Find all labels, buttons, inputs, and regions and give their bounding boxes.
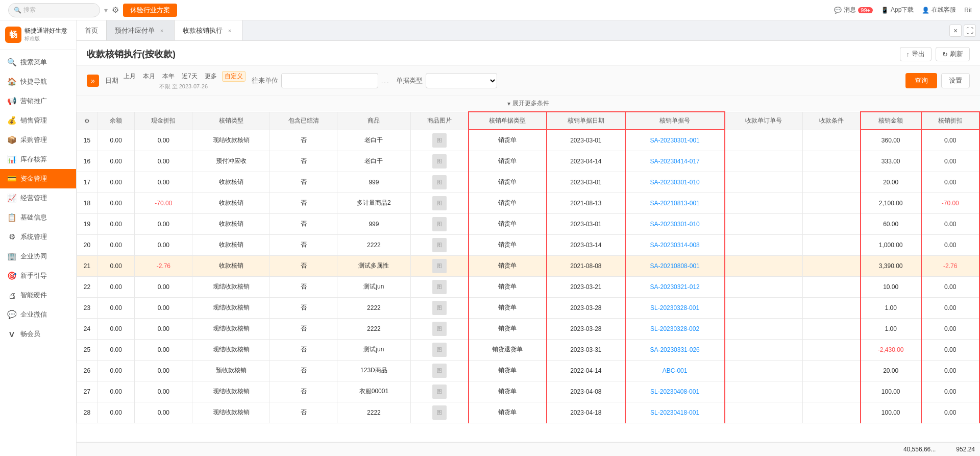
cell-verify-date: 2023-03-01 — [547, 130, 625, 151]
cell-seq: 18 — [77, 193, 97, 213]
verify-no-link[interactable]: SA-20230331-026 — [650, 346, 699, 353]
sidebar-item-quick-nav[interactable]: 🏠 快捷导航 — [0, 72, 76, 91]
sidebar-item-label: 搜索菜单 — [20, 58, 47, 67]
verify-no-link[interactable]: SA-20230301-001 — [650, 137, 699, 144]
gear-icon[interactable]: ⚙ — [112, 5, 119, 15]
table-row: 22 0.00 0.00 现结收款核销 否 测试jun 图 销货单 2023-0… — [77, 276, 980, 297]
refresh-btn[interactable]: ↻ 刷新 — [936, 47, 970, 61]
sidebar-item-operation[interactable]: 📈 经营管理 — [0, 188, 76, 208]
cell-verify-discount: 0.00 — [921, 234, 979, 255]
verify-no-link[interactable]: SA-20210808-001 — [650, 262, 699, 270]
verify-no-link[interactable]: SL-20230328-002 — [650, 325, 699, 332]
cell-cash-discount: 0.00 — [135, 213, 192, 234]
cell-include-settled: 否 — [270, 360, 337, 381]
verify-no-link[interactable]: SA-20230301-010 — [650, 221, 699, 228]
tab-close-window-btn[interactable]: × — [949, 25, 962, 37]
verify-no-link[interactable]: SA-20210813-001 — [650, 200, 699, 207]
message-label: 消息 — [844, 6, 856, 14]
sidebar-item-enterprise[interactable]: 🏢 企业协同 — [0, 247, 76, 266]
cell-collection-order-no — [725, 172, 803, 193]
cell-verify-voucher-type: 销货单 — [469, 213, 547, 234]
sidebar-item-member[interactable]: V 畅会员 — [0, 324, 76, 344]
sidebar-item-search-menu[interactable]: 🔍 搜索菜单 — [0, 53, 76, 72]
cell-seq: 21 — [77, 255, 97, 276]
sidebar-logo: 畅 畅捷通谱好生意 标准版 — [0, 20, 76, 50]
page-header: 收款核销执行(按收款) ↑ 导出 ↻ 刷新 — [77, 41, 980, 66]
sidebar-item-base-info[interactable]: 📋 基础信息 — [0, 208, 76, 227]
table-container[interactable]: ⚙ 余额 现金折扣 核销类型 包含已结清 商品 商品图片 核销单据类型 核销单据… — [77, 111, 980, 442]
more-date-tag[interactable]: 更多 — [203, 71, 219, 81]
cell-collection-condition — [802, 297, 861, 318]
sidebar-item-system[interactable]: ⚙ 系统管理 — [0, 227, 76, 247]
verify-no-link[interactable]: ABC-001 — [663, 367, 688, 374]
cell-balance: 0.00 — [97, 339, 135, 360]
th-settings[interactable]: ⚙ — [77, 112, 97, 130]
cell-verify-amount: 3,390.00 — [861, 255, 921, 276]
tab-collection-close[interactable]: × — [226, 27, 234, 35]
sidebar-item-hardware[interactable]: 🖨 智能硬件 — [0, 285, 76, 305]
table-row: 15 0.00 0.00 现结收款核销 否 老白干 图 销货单 2023-03-… — [77, 130, 980, 151]
verify-no-link[interactable]: SA-20230314-008 — [650, 242, 699, 249]
tab-prepay-close[interactable]: × — [158, 27, 166, 35]
cell-goods-img: 图 — [410, 318, 469, 339]
message-btn[interactable]: 💬 消息 99+ — [834, 6, 873, 14]
cell-verify-amount: 2,100.00 — [861, 193, 921, 213]
verify-no-link[interactable]: SA-20230321-012 — [650, 283, 699, 291]
top-search-box[interactable]: 🔍 搜索 — [8, 3, 100, 17]
tab-prepay[interactable]: 预付冲应付单 × — [107, 20, 175, 40]
online-service-btn[interactable]: 👤 在线客服 — [922, 6, 956, 14]
last7-tag[interactable]: 近7天 — [180, 71, 200, 81]
expand-conditions-btn[interactable]: ▾ 展开更多条件 — [507, 99, 549, 108]
verify-no-link[interactable]: SL-20230418-001 — [650, 409, 699, 416]
cell-cash-discount: 0.00 — [135, 339, 192, 360]
cell-verify-date: 2022-04-14 — [547, 360, 625, 381]
top-bar-right: 💬 消息 99+ 📱 App下载 👤 在线客服 Rit — [834, 6, 972, 14]
sidebar-item-inventory[interactable]: 📊 库存核算 — [0, 150, 76, 169]
cell-verify-date: 2023-03-28 — [547, 297, 625, 318]
query-btn[interactable]: 查询 — [905, 73, 937, 88]
cell-balance: 0.00 — [97, 276, 135, 297]
voucher-type-select[interactable] — [426, 73, 497, 88]
sidebar-item-wechat[interactable]: 💬 企业微信 — [0, 305, 76, 324]
counterpart-input[interactable] — [281, 73, 378, 88]
cell-seq: 23 — [77, 297, 97, 318]
cell-goods-img: 图 — [410, 172, 469, 193]
export-btn[interactable]: ↑ 导出 — [900, 47, 932, 61]
tab-collection[interactable]: 收款核销执行 × — [175, 20, 242, 40]
sidebar-item-finance[interactable]: 💳 资金管理 — [0, 169, 76, 188]
last-month-tag[interactable]: 上月 — [121, 71, 138, 81]
tab-expand-btn[interactable]: ⛶ — [964, 25, 976, 37]
sidebar-item-purchase[interactable]: 📦 采购管理 — [0, 130, 76, 150]
verify-no-link[interactable]: SL-20230328-001 — [650, 304, 699, 311]
sidebar-item-marketing[interactable]: 📢 营销推广 — [0, 91, 76, 111]
tab-home[interactable]: 首页 — [77, 20, 107, 40]
cell-collection-order-no — [725, 213, 803, 234]
app-download-btn[interactable]: 📱 App下载 — [881, 6, 914, 14]
filter-toggle-btn[interactable]: » — [87, 75, 99, 87]
setting-btn[interactable]: 设置 — [941, 73, 970, 88]
this-year-tag[interactable]: 本年 — [160, 71, 177, 81]
cell-verify-amount: 100.00 — [861, 381, 921, 402]
verify-no-link[interactable]: SL-20230408-001 — [650, 388, 699, 395]
verify-no-link[interactable]: SA-20230301-010 — [650, 179, 699, 186]
custom-date-tag[interactable]: 自定义 — [222, 71, 246, 82]
cell-verify-amount: 60.00 — [861, 213, 921, 234]
cell-collection-order-no — [725, 255, 803, 276]
th-collection-order-no: 收款单订单号 — [725, 112, 803, 130]
verify-no-link[interactable]: SA-20230414-017 — [650, 158, 699, 165]
sidebar-item-sales[interactable]: 💰 销售管理 — [0, 111, 76, 130]
this-month-tag[interactable]: 本月 — [141, 71, 157, 81]
footer-total-discount: 952.24 — [956, 446, 975, 453]
cell-verify-type: 现结收款核销 — [192, 130, 270, 151]
sidebar-item-guide[interactable]: 🎯 新手引导 — [0, 266, 76, 285]
dropdown-icon[interactable]: ▾ — [104, 6, 108, 14]
cell-verify-amount: -2,430.00 — [861, 339, 921, 360]
user-name-display[interactable]: Rit — [964, 7, 972, 14]
cell-cash-discount: 0.00 — [135, 381, 192, 402]
sidebar-item-label: 营销推广 — [20, 97, 47, 106]
cell-goods: 123D商品 — [337, 360, 410, 381]
industry-btn[interactable]: 休验行业方案 — [123, 4, 177, 17]
logo-icon: 畅 — [5, 27, 21, 43]
search-menu-icon: 🔍 — [7, 58, 16, 67]
cell-goods-img: 图 — [410, 151, 469, 172]
